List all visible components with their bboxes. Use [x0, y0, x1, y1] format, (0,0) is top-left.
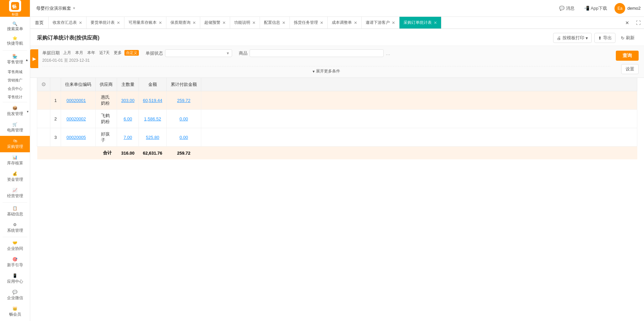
goods-filter-input[interactable] — [250, 49, 384, 57]
sidebar-item-quick-nav[interactable]: ⭐ 快捷导航 — [2, 34, 28, 48]
row2-qty-link[interactable]: 6.00 — [123, 116, 132, 121]
row2-amount-link[interactable]: 1,586.52 — [144, 116, 161, 121]
tfoot-label: 合计 — [96, 147, 117, 160]
date-shortcut-more[interactable]: 更多 — [112, 49, 123, 56]
tab-function-desc[interactable]: 功能说明 ✕ — [230, 17, 260, 29]
sidebar-item-inventory[interactable]: 📊 库存核算 — [0, 152, 30, 169]
filter-actions-col: 查询 设置 — [616, 49, 644, 77]
row1-qty-link[interactable]: 303.00 — [121, 98, 135, 103]
expand-filter-button[interactable]: ▾ 展开更多条件 — [42, 68, 610, 74]
sidebar-item-label-inventory: 库存核算 — [7, 160, 23, 166]
row1-paid-link[interactable]: 259.72 — [177, 98, 191, 103]
query-button[interactable]: 查询 — [616, 51, 639, 61]
message-button[interactable]: 💬 消息 — [557, 4, 577, 13]
template-print-button[interactable]: 🖨 按模板打印 ▾ — [553, 33, 592, 43]
sidebar-item-app-center[interactable]: 📱 应用中心 — [0, 271, 30, 287]
sidebar-item-marketing[interactable]: 营销推广 — [0, 76, 30, 85]
date-custom-tag[interactable]: 自定义 — [124, 50, 139, 56]
row3-amount-link[interactable]: 525.80 — [146, 135, 159, 140]
tab-label-function-desc: 功能说明 — [234, 20, 250, 25]
row3-qty: 7.00 — [117, 128, 139, 147]
filter-toggle-button[interactable]: ▶ — [30, 49, 38, 68]
sidebar-item-ecommerce[interactable]: 🛒 电商管理 — [0, 119, 30, 136]
sidebar-item-label-ecommerce: 电商管理 — [7, 127, 23, 133]
tab-purchase-summary[interactable]: 采购订单统计表 ✕ — [399, 17, 441, 29]
row2-supplier: 飞鹤奶粉 — [96, 110, 117, 128]
sidebar-item-new-guide[interactable]: 🎯 新手引导 — [0, 254, 30, 271]
sidebar-item-label-operations: 经营管理 — [7, 193, 23, 199]
tab-close-function-desc[interactable]: ✕ — [252, 20, 256, 25]
tab-config-info[interactable]: 配置信息 ✕ — [260, 17, 290, 29]
main-area: 母婴行业演示账套 ▾ 💬 消息 📲 App下载 Ea demo2 首页 — [30, 0, 644, 321]
sidebar-item-basic-info[interactable]: 📋 基础信息 — [0, 203, 30, 220]
col-header-amount: 金额 — [148, 82, 157, 87]
tab-cost-adjust[interactable]: 成本调整单 ✕ — [328, 17, 362, 29]
tab-close-available-stock[interactable]: ✕ — [159, 20, 162, 25]
date-shortcut-this-year[interactable]: 本年 — [86, 49, 97, 56]
tfoot-code — [61, 147, 96, 160]
tab-invite-downstream[interactable]: 邀请下游客户 ✕ — [362, 17, 399, 29]
sidebar-item-finance[interactable]: 💰 资金管理 — [0, 169, 30, 185]
user-info[interactable]: Ea demo2 — [614, 3, 641, 14]
workspace-selector[interactable]: 母婴行业演示账套 ▾ — [34, 4, 78, 13]
tab-close-receive-summary[interactable]: ✕ — [79, 20, 82, 25]
date-shortcut-7days[interactable]: 近7天 — [98, 49, 111, 56]
row3-code-link[interactable]: 00020005 — [66, 135, 86, 140]
tab-close-invite-downstream[interactable]: ✕ — [392, 20, 395, 25]
sidebar-item-retail-mall[interactable]: 零售商城 — [0, 68, 30, 76]
header-row: ⚙ 往来单位编码 供应商 主数量 金额 — [37, 78, 637, 91]
home-label: 首页 — [35, 20, 44, 26]
sidebar-item-sys-mgmt[interactable]: ⚙ 系统管理 — [0, 220, 30, 236]
row2-code-link[interactable]: 00020002 — [66, 116, 86, 121]
tab-close-task-mgmt[interactable]: ✕ — [320, 20, 323, 25]
sidebar-item-operations[interactable]: 📈 经营管理 — [0, 185, 30, 202]
ecommerce-icon: 🛒 — [12, 122, 17, 127]
settings-button[interactable]: 设置 — [621, 64, 639, 74]
tab-task-mgmt[interactable]: 拣货任务管理 ✕ — [290, 17, 328, 29]
tab-maximize-button[interactable]: ⛶ — [633, 17, 644, 29]
tab-close-all-button[interactable]: ✕ — [622, 17, 633, 29]
filter-area: ▶ 单据日期 上月 本月 本年 近7天 更多 — [30, 46, 644, 78]
tab-close-expiry-query[interactable]: ✕ — [193, 20, 196, 25]
refresh-label: 刷新 — [626, 35, 635, 41]
column-settings-icon[interactable]: ⚙ — [41, 82, 46, 87]
app-download-button[interactable]: 📲 App下载 — [582, 4, 609, 13]
tab-close-purchase-summary[interactable]: ✕ — [434, 20, 437, 25]
tab-overstock-alert[interactable]: 超储预警 ✕ — [200, 17, 230, 29]
date-shortcut-this-month[interactable]: 本月 — [74, 49, 85, 56]
filter-row-1: 单据日期 上月 本月 本年 近7天 更多 自定义 2016-01-01 至 20… — [42, 49, 610, 63]
tab-goods-summary[interactable]: 要货单统计表 ✕ — [87, 17, 124, 29]
sidebar-item-search[interactable]: 🔍 搜索菜单 — [2, 19, 28, 34]
tab-close-cost-adjust[interactable]: ✕ — [354, 20, 357, 25]
sidebar-item-member[interactable]: 会员中心 — [0, 85, 30, 93]
row3-paid-link[interactable]: 0.00 — [179, 135, 188, 140]
tab-close-overstock-alert[interactable]: ✕ — [222, 20, 226, 25]
row2-supplier-name: 飞鹤奶粉 — [101, 113, 110, 124]
sidebar-item-purchase[interactable]: 🛍 采购管理 — [0, 136, 30, 152]
sidebar-item-label-marketing: 营销推广 — [8, 78, 22, 83]
sidebar-item-retail-stats[interactable]: 零售统计 — [0, 93, 30, 101]
tab-available-stock[interactable]: 可用量库存账本 ✕ — [124, 17, 166, 29]
tab-close-config-info[interactable]: ✕ — [282, 20, 285, 25]
export-icon: ⬆ — [598, 36, 602, 41]
goods-filter-more-icon[interactable]: … — [386, 51, 390, 56]
row1-code-link[interactable]: 00020001 — [66, 98, 86, 103]
tab-close-goods-summary[interactable]: ✕ — [117, 20, 120, 25]
export-button[interactable]: ⬆ 导出 — [594, 33, 615, 43]
th-settings[interactable]: ⚙ — [37, 78, 50, 91]
row3-qty-link[interactable]: 7.00 — [123, 135, 132, 140]
tab-home[interactable]: 首页 — [30, 17, 49, 29]
status-select[interactable]: ▾ — [165, 49, 232, 57]
sidebar-item-retail[interactable]: 🏪 零售管理 ▲ — [0, 51, 30, 68]
sidebar-item-wholesale[interactable]: 📦 批发管理 ▾ — [0, 103, 30, 119]
refresh-button[interactable]: ↻ 刷新 — [618, 33, 637, 43]
row2-paid-link[interactable]: 0.00 — [179, 116, 188, 121]
th-paid: 累计付款金额 — [166, 78, 201, 91]
tab-expiry-query[interactable]: 保质期查询 ✕ — [166, 17, 200, 29]
sidebar-item-vip[interactable]: 👑 畅会员 — [0, 304, 30, 320]
date-shortcut-last-month[interactable]: 上月 — [62, 49, 72, 56]
tab-receive-summary[interactable]: 收发存汇总表 ✕ — [49, 17, 87, 29]
row1-amount-link[interactable]: 60,519.44 — [143, 98, 162, 103]
sidebar-item-enterprise[interactable]: 🤝 企业协同 — [0, 238, 30, 254]
sidebar-item-wechat[interactable]: 💬 企业微信 — [0, 287, 30, 304]
